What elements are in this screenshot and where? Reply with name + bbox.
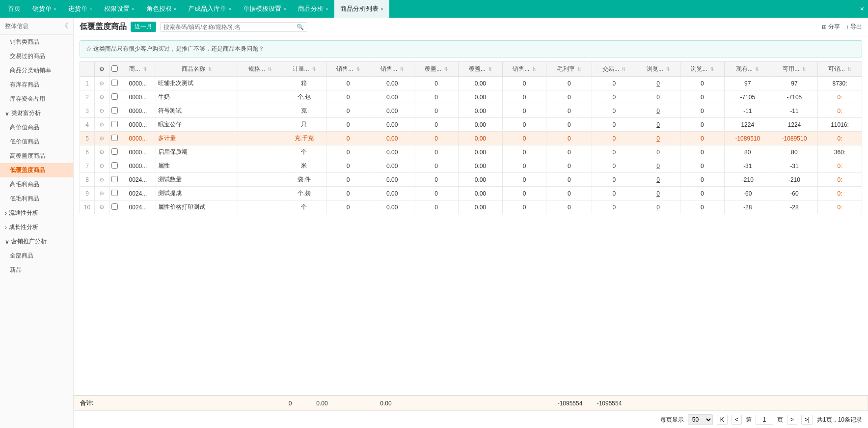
sidebar-item-sales-goods[interactable]: 销售类商品 [0,35,73,49]
row-checkbox[interactable] [109,104,120,118]
close-icon[interactable]: × [54,6,56,12]
name-column-header[interactable]: 商品名称 ⇅ [156,62,238,77]
cover2-column-header[interactable]: 覆盖... ⇅ [458,62,502,77]
select-all-checkbox[interactable] [111,65,118,72]
sidebar-item-traded-goods[interactable]: 交易过的商品 [0,49,73,63]
row-checkbox[interactable] [109,132,120,145]
sidebar-item-high-value[interactable]: 高价值商品 [0,120,73,135]
code-column-header[interactable]: 商... ⇅ [120,62,156,77]
last-page-button[interactable]: >| [801,415,813,425]
close-icon[interactable]: × [326,6,328,12]
row-settings[interactable]: ⚙ [95,159,109,173]
sidebar-item-high-coverage[interactable]: 高覆盖度商品 [0,149,73,163]
nav-tab-role[interactable]: 角色授权 × [140,0,183,18]
row-settings[interactable]: ⚙ [95,90,109,104]
nav-tab-analysis-list[interactable]: 商品分析列表 × [334,0,389,18]
row-sales-qty: 0 [326,90,370,104]
close-icon[interactable]: × [89,6,92,12]
row-browse1[interactable]: 0 [636,159,680,173]
row-trade: 0 [592,77,636,90]
checkbox-column-header [109,62,120,77]
sales-amt-column-header[interactable]: 销售... ⇅ [370,62,414,77]
row-checkbox[interactable] [109,118,120,132]
sidebar-section: 销售类商品 交易过的商品 商品分类动销率 有库存商品 库存资金占用 ∨ 类财富分… [0,35,73,277]
row-settings[interactable]: ⚙ [95,77,109,90]
row-browse1[interactable]: 0 [636,77,680,90]
next-page-button[interactable]: > [787,415,797,425]
sidebar-group-wealth[interactable]: ∨ 类财富分析 [0,106,73,120]
prev-page-button[interactable]: < [732,415,742,425]
current-stock-column-header[interactable]: 现有... ⇅ [724,62,771,77]
page-number-input[interactable] [756,415,773,425]
nav-tab-sales[interactable]: 销货单 × [27,0,62,18]
search-input[interactable] [163,24,297,30]
sidebar-group-flow[interactable]: › 流通性分析 [0,206,73,220]
row-browse1[interactable]: 0 [636,200,680,214]
row-checkbox[interactable] [109,187,120,200]
date-filter-button[interactable]: 近一月 [131,22,156,32]
spec-column-header[interactable]: 规格... ⇅ [238,62,282,77]
share-button[interactable]: ⊞ 分享 [822,23,840,31]
sales-qty-column-header[interactable]: 销售... ⇅ [326,62,370,77]
settings-column-header[interactable]: ⚙ [95,62,109,77]
row-settings[interactable]: ⚙ [95,104,109,118]
available-column-header[interactable]: 可用... ⇅ [771,62,817,77]
nav-tab-purchase[interactable]: 进货单 × [62,0,98,18]
row-checkbox[interactable] [109,77,120,90]
row-settings[interactable]: ⚙ [95,187,109,200]
close-icon[interactable]: × [283,6,286,12]
row-checkbox[interactable] [109,90,120,104]
sidebar-item-stock-capital[interactable]: 库存资金占用 [0,92,73,106]
row-browse1[interactable]: 0 [636,187,680,200]
nav-tab-product-in[interactable]: 产成品入库单 × [182,0,237,18]
row-settings[interactable]: ⚙ [95,200,109,214]
row-browse1[interactable]: 0 [636,104,680,118]
sidebar-item-all-goods[interactable]: 全部商品 [0,249,73,263]
per-page-select[interactable]: 50 20 100 [688,414,713,425]
nav-tab-home[interactable]: 首页 [2,0,27,18]
row-browse1[interactable]: 0 [636,118,680,132]
sidebar-item-high-profit[interactable]: 高毛利商品 [0,177,73,192]
row-name: 属性价格打印测试 [156,200,238,214]
sidebar-item-low-value[interactable]: 低价值商品 [0,135,73,149]
row-settings[interactable]: ⚙ [95,173,109,187]
row-checkbox[interactable] [109,200,120,214]
row-browse1[interactable]: 0 [636,90,680,104]
close-icon[interactable]: × [174,6,177,12]
close-icon[interactable]: × [228,6,231,12]
row-browse1[interactable]: 0 [636,173,680,187]
nav-tab-permissions[interactable]: 权限设置 × [98,0,140,18]
sales3-column-header[interactable]: 销售... ⇅ [502,62,546,77]
export-button[interactable]: ↑ 导出 [846,23,862,31]
row-settings[interactable]: ⚙ [95,145,109,159]
row-browse1[interactable]: 0 [636,145,680,159]
trade-column-header[interactable]: 交易... ⇅ [592,62,636,77]
row-settings[interactable]: ⚙ [95,118,109,132]
saleable-column-header[interactable]: 可销... ⇅ [818,62,862,77]
sidebar-group-marketing[interactable]: ∨ 营销推广分析 [0,234,73,249]
sidebar-group-growth[interactable]: › 成长性分析 [0,220,73,234]
close-icon[interactable]: × [132,6,135,12]
nav-tab-template[interactable]: 单据模板设置 × [237,0,292,18]
row-gross-margin: 0 [546,187,592,200]
sidebar-collapse-button[interactable]: 《 [61,22,68,30]
close-icon[interactable]: × [380,6,383,12]
row-checkbox[interactable] [109,173,120,187]
first-page-button[interactable]: K [717,415,728,425]
cover1-column-header[interactable]: 覆盖... ⇅ [414,62,459,77]
sidebar-item-low-profit[interactable]: 低毛利商品 [0,192,73,206]
row-settings[interactable]: ⚙ [95,132,109,145]
sidebar-item-category-rate[interactable]: 商品分类动销率 [0,63,73,78]
window-close-button[interactable]: × [860,5,864,13]
browse1-column-header[interactable]: 浏览... ⇅ [636,62,680,77]
unit-column-header[interactable]: 计量... ⇅ [282,62,326,77]
row-browse1[interactable]: 0 [636,132,680,145]
row-checkbox[interactable] [109,159,120,173]
nav-tab-analysis[interactable]: 商品分析 × [292,0,334,18]
browse2-column-header[interactable]: 浏览... ⇅ [680,62,724,77]
gross-margin-column-header[interactable]: 毛利率 ⇅ [546,62,592,77]
sidebar-item-new-goods[interactable]: 新品 [0,263,73,277]
sidebar-item-low-coverage[interactable]: 低覆盖度商品 [0,163,73,177]
row-checkbox[interactable] [109,145,120,159]
sidebar-item-in-stock[interactable]: 有库存商品 [0,78,73,92]
